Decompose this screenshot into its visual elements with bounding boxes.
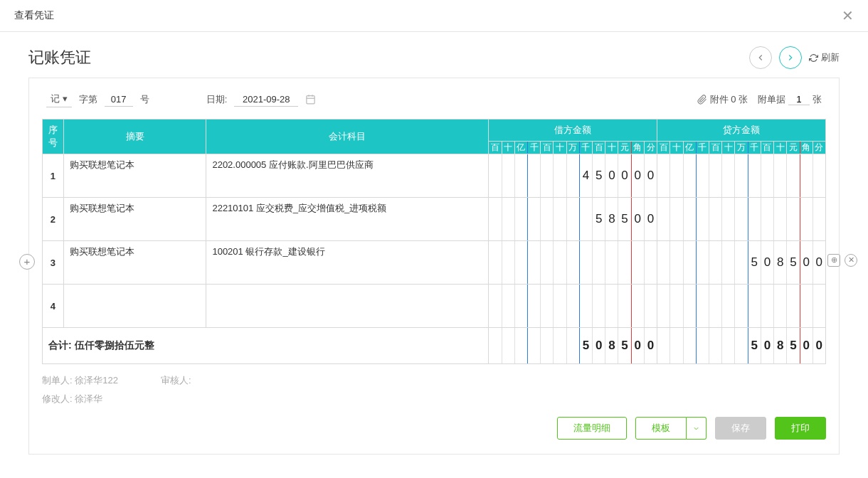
receipt-label: 附单据 <box>758 93 785 106</box>
th-debit: 借方金额 <box>489 120 657 142</box>
row-account[interactable]: 22210101 应交税费_应交增值税_进项税额 <box>206 198 489 241</box>
table-foot: 合计: 伍仟零捌拾伍元整 508500 508500 <box>43 328 826 364</box>
modal-title: 查看凭证 <box>14 9 54 22</box>
number-suffix: 号 <box>140 93 149 106</box>
row-debit[interactable] <box>489 241 657 285</box>
table-head: 序号 摘要 会计科目 借方金额 贷方金额 百十亿千百十万千百十元角分 百十亿千百… <box>43 120 826 154</box>
th-credit: 贷方金额 <box>657 120 826 142</box>
refresh-label: 刷新 <box>821 51 840 64</box>
row-idx: 1 <box>43 154 64 198</box>
voucher-number-input[interactable] <box>105 92 133 107</box>
row-credit[interactable]: 508500 <box>657 241 826 285</box>
row-summary[interactable] <box>63 285 206 328</box>
refresh-icon <box>809 53 818 63</box>
refresh-button[interactable]: 刷新 <box>809 51 840 64</box>
row-account[interactable]: 100201 银行存款_建设银行 <box>206 241 489 285</box>
row-credit[interactable] <box>657 198 826 241</box>
modifier-info: 修改人: 徐泽华 <box>42 393 102 405</box>
th-credit-digits: 百十亿千百十万千百十元角分 <box>657 142 826 154</box>
table-row: 3购买联想笔记本100201 银行存款_建设银行508500 <box>43 241 826 285</box>
meta-right: 附件 0 张 附单据 张 <box>697 93 822 106</box>
th-account: 会计科目 <box>206 120 489 154</box>
row-account[interactable] <box>206 285 489 328</box>
arrow-left-icon <box>756 53 766 63</box>
row-summary[interactable]: 购买联想笔记本 <box>63 154 206 198</box>
attachment-link[interactable]: 附件 0 张 <box>697 93 748 106</box>
close-button[interactable]: ✕ <box>842 7 854 24</box>
template-dropdown[interactable] <box>687 417 706 440</box>
row-actions: ⊕✕ <box>827 254 857 267</box>
modal-header: 查看凭证 ✕ <box>0 0 868 32</box>
footer-info: 制单人: 徐泽华122 审核人: <box>42 374 826 387</box>
row-summary[interactable]: 购买联想笔记本 <box>63 198 206 241</box>
save-button: 保存 <box>715 417 766 440</box>
prev-button[interactable] <box>749 46 772 69</box>
th-summary: 摘要 <box>63 120 206 154</box>
receipt-suffix: 张 <box>813 93 822 106</box>
auditor-info: 审核人: <box>161 374 191 387</box>
word-label: 字第 <box>79 93 97 106</box>
flow-detail-button[interactable]: 流量明细 <box>557 417 627 440</box>
creator-info: 制单人: 徐泽华122 <box>42 374 118 387</box>
table-row: 4 <box>43 285 826 328</box>
title-row: 记账凭证 刷新 <box>28 46 840 69</box>
table-row: 1购买联想笔记本2202.000005 应付账款.阿里巴巴供应商450000 <box>43 154 826 198</box>
paperclip-icon <box>697 95 707 105</box>
row-account[interactable]: 2202.000005 应付账款.阿里巴巴供应商 <box>206 154 489 198</box>
add-row-button[interactable]: + <box>19 254 35 270</box>
row-idx: 4 <box>43 285 64 328</box>
row-credit[interactable] <box>657 285 826 328</box>
date-label: 日期: <box>206 93 228 106</box>
voucher-card: 记 ▾ 字第 号 日期: 附件 0 张 附单据 张 <box>28 78 840 455</box>
row-debit[interactable]: 450000 <box>489 154 657 198</box>
template-button[interactable]: 模板 <box>635 417 687 440</box>
nav-controls: 刷新 <box>749 46 840 69</box>
footer-info-2: 修改人: 徐泽华 <box>42 393 826 405</box>
total-text: 合计: 伍仟零捌拾伍元整 <box>43 328 489 364</box>
page-title: 记账凭证 <box>28 47 91 68</box>
calendar-icon[interactable] <box>305 94 316 105</box>
type-select[interactable]: 记 ▾ <box>46 91 72 107</box>
arrow-right-icon <box>785 53 795 63</box>
receipt-group: 附单据 张 <box>758 93 822 106</box>
total-debit: 508500 <box>489 328 657 364</box>
next-button[interactable] <box>779 46 802 69</box>
th-idx: 序号 <box>43 120 64 154</box>
insert-row-icon[interactable]: ⊕ <box>827 254 840 267</box>
attachment-label: 附件 0 张 <box>710 93 748 106</box>
meta-left: 记 ▾ 字第 号 日期: <box>46 91 316 107</box>
print-button[interactable]: 打印 <box>775 417 826 440</box>
row-debit[interactable] <box>489 285 657 328</box>
date-input[interactable] <box>234 92 298 107</box>
action-bar: 流量明细 模板 保存 打印 <box>42 417 826 440</box>
th-debit-digits: 百十亿千百十万千百十元角分 <box>489 142 657 154</box>
row-debit[interactable]: 58500 <box>489 198 657 241</box>
row-summary[interactable]: 购买联想笔记本 <box>63 241 206 285</box>
table-body: 1购买联想笔记本2202.000005 应付账款.阿里巴巴供应商4500002购… <box>43 154 826 328</box>
table-wrap: 序号 摘要 会计科目 借方金额 贷方金额 百十亿千百十万千百十元角分 百十亿千百… <box>42 119 826 364</box>
chevron-down-icon <box>692 425 700 432</box>
meta-row: 记 ▾ 字第 号 日期: 附件 0 张 附单据 张 <box>42 91 826 107</box>
row-credit[interactable] <box>657 154 826 198</box>
receipt-count-input[interactable] <box>788 94 810 105</box>
delete-row-icon[interactable]: ✕ <box>845 254 857 267</box>
total-credit: 508500 <box>657 328 826 364</box>
voucher-table: 序号 摘要 会计科目 借方金额 贷方金额 百十亿千百十万千百十元角分 百十亿千百… <box>42 119 826 364</box>
table-row: 2购买联想笔记本22210101 应交税费_应交增值税_进项税额58500 <box>43 198 826 241</box>
svg-rect-0 <box>307 96 314 104</box>
template-split-button: 模板 <box>635 417 706 440</box>
row-idx: 3 <box>43 241 64 285</box>
row-idx: 2 <box>43 198 64 241</box>
content: 记账凭证 刷新 记 ▾ 字第 号 日期: <box>0 32 868 469</box>
